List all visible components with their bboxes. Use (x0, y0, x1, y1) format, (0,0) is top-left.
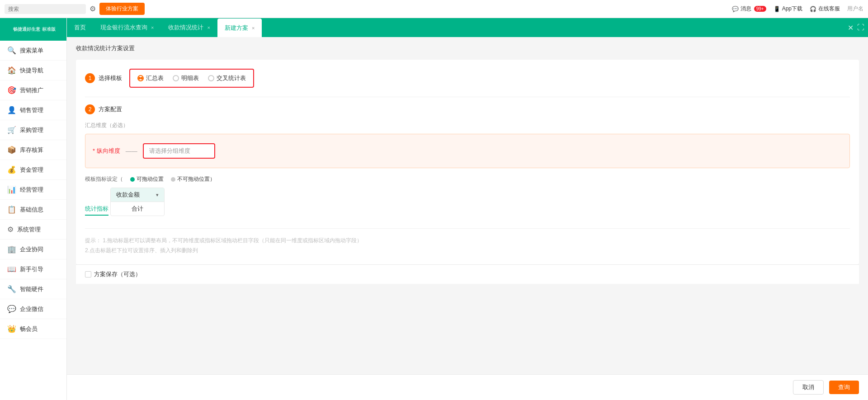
metrics-table-header[interactable]: 收款金额 ▾ (111, 188, 164, 202)
hardware-icon: 🔧 (7, 285, 16, 293)
sidebar: 畅捷通好生意 标准版 🔍 搜索菜单 🏠 快捷导航 🎯 营销推广 👤 销售管理 🛒… (0, 18, 67, 400)
step1-num: 1 (85, 73, 95, 83)
metrics-col-header: 收款金额 (116, 191, 140, 199)
tips-section: 提示： 1.拖动标题栏可以调整布局，不可跨维度或指标区域拖动栏目字段（只能在同一… (85, 228, 850, 255)
management-icon: 📊 (7, 185, 16, 194)
notification-btn[interactable]: 💬 消息 99+ (732, 5, 766, 13)
purchase-icon: 🛒 (7, 126, 16, 134)
tab-bank[interactable]: 现金银行流水查询 × (93, 18, 161, 37)
sidebar-label: 系统管理 (17, 226, 41, 234)
sidebar-item-management[interactable]: 📊 经营管理 (0, 180, 66, 200)
gear-icon[interactable]: ⚙ (90, 5, 96, 13)
sidebar-item-guide[interactable]: 📖 新手引导 (0, 259, 66, 279)
dimension-placeholder: 请选择分组维度 (149, 147, 190, 154)
draggable-label: 可拖动位置 (137, 175, 164, 183)
radio-detail-label: 明细表 (181, 74, 199, 82)
cancel-button[interactable]: 取消 (793, 380, 824, 395)
support-btn[interactable]: 🎧 在线客服 (810, 5, 840, 13)
tab-receipt[interactable]: 收款情况统计 × (161, 18, 217, 37)
sales-icon: 👤 (7, 106, 16, 114)
tab-bar: 首页 现金银行流水查询 × 收款情况统计 × 新建方案 × ✕ ⛶ (67, 18, 868, 37)
tab-new-plan-label: 新建方案 (225, 24, 248, 32)
sidebar-item-system[interactable]: ⚙ 系统管理 (0, 220, 66, 240)
sidebar-label: 畅会员 (20, 325, 38, 333)
divider1 (85, 97, 850, 97)
page-content: 收款情况统计方案设置 1 选择模板 汇总表 明细表 (67, 37, 868, 374)
tab-bank-close[interactable]: × (151, 25, 154, 30)
non-draggable-badge: 不可拖动位置） (171, 175, 215, 183)
tab-new-plan[interactable]: 新建方案 × (217, 19, 262, 38)
download-icon: 📱 (774, 6, 780, 12)
sidebar-label: 搜索菜单 (20, 47, 43, 55)
dimension-section-label: 汇总维度（必选） (85, 122, 850, 129)
template-selection-box: 汇总表 明细表 交叉统计表 (129, 69, 254, 88)
sidebar-label: 智能硬件 (20, 285, 43, 293)
home-icon: 🏠 (7, 66, 16, 75)
sidebar-label: 基础信息 (20, 206, 43, 214)
step2-num: 2 (85, 104, 95, 114)
wechat-icon: 💬 (7, 305, 16, 313)
system-icon: ⚙ (7, 225, 14, 234)
sidebar-item-vip[interactable]: 👑 畅会员 (0, 319, 66, 339)
sidebar-item-enterprise[interactable]: 🏢 企业协同 (0, 240, 66, 259)
draggable-badge: 可拖动位置 (130, 175, 164, 183)
basic-icon: 📋 (7, 205, 16, 214)
sidebar-item-basic[interactable]: 📋 基础信息 (0, 200, 66, 220)
dimension-select[interactable]: 请选择分组维度 (143, 143, 215, 159)
sidebar-item-wechat[interactable]: 💬 企业微信 (0, 299, 66, 319)
sidebar-item-sales[interactable]: 👤 销售管理 (0, 100, 66, 120)
sidebar-item-marketing[interactable]: 🎯 营销推广 (0, 80, 66, 100)
tab-receipt-close[interactable]: × (207, 25, 210, 30)
tab-new-plan-close[interactable]: × (252, 25, 255, 31)
tab-bank-label: 现金银行流水查询 (100, 24, 147, 32)
sidebar-item-finance[interactable]: 💰 资金管理 (0, 160, 66, 180)
radio-cross-label: 交叉统计表 (217, 74, 246, 82)
save-checkbox-row[interactable]: 方案保存（可选） (85, 270, 141, 278)
sidebar-item-inventory[interactable]: 📦 库存核算 (0, 140, 66, 160)
notification-badge: 99+ (754, 6, 766, 12)
metrics-header: 模板指标设定（ 可拖动位置 不可拖动位置） (85, 175, 850, 183)
sidebar-label: 企业协同 (20, 245, 43, 254)
step1-label: 选择模板 (99, 74, 122, 82)
download-btn[interactable]: 📱 App下载 (774, 5, 802, 13)
logo-text: 畅捷通好生意 (13, 26, 40, 33)
tab-bar-right: ✕ ⛶ (848, 24, 868, 32)
inventory-icon: 📦 (7, 146, 16, 154)
sidebar-logo: 畅捷通好生意 标准版 (0, 18, 66, 41)
vertical-dim-label: * 纵向维度 (93, 147, 120, 155)
metrics-header-text: 模板指标设定（ (85, 175, 123, 183)
top-bar-right: 💬 消息 99+ 📱 App下载 🎧 在线客服 用户名 (732, 5, 863, 13)
step1-row: 1 选择模板 汇总表 明细表 交叉统计表 (85, 69, 850, 88)
vip-icon: 👑 (7, 325, 16, 333)
sidebar-label: 资金管理 (20, 166, 43, 174)
download-label: App下载 (782, 5, 802, 13)
drag-dot-inactive (171, 177, 175, 182)
chevron-down-icon[interactable]: ▾ (156, 192, 159, 198)
sidebar-item-hardware[interactable]: 🔧 智能硬件 (0, 279, 66, 299)
save-label: 方案保存（可选） (94, 270, 141, 278)
dimension-label-text: 汇总维度（必选） (85, 122, 128, 128)
support-label: 在线客服 (818, 5, 840, 13)
finance-icon: 💰 (7, 165, 16, 174)
content-area: 首页 现金银行流水查询 × 收款情况统计 × 新建方案 × ✕ ⛶ 收款情况统计… (67, 18, 868, 400)
search-input[interactable] (5, 4, 86, 14)
query-button[interactable]: 查询 (829, 381, 859, 394)
sidebar-item-purchase[interactable]: 🛒 采购管理 (0, 120, 66, 140)
metrics-table: 收款金额 ▾ 合计 (110, 188, 165, 216)
tab-close-btn[interactable]: ✕ (848, 24, 854, 32)
industry-btn[interactable]: 体验行业方案 (99, 3, 145, 15)
sidebar-label: 营销推广 (20, 86, 43, 94)
tab-expand-btn[interactable]: ⛶ (857, 24, 864, 32)
save-checkbox[interactable] (85, 271, 91, 278)
radio-detail[interactable]: 明细表 (173, 74, 199, 82)
sidebar-item-home[interactable]: 🏠 快捷导航 (0, 61, 66, 80)
radio-cross-circle (208, 75, 214, 81)
tab-home[interactable]: 首页 (67, 18, 93, 37)
metrics-category-label: 统计指标 (85, 205, 108, 216)
metrics-section: 模板指标设定（ 可拖动位置 不可拖动位置） 统计指标 (85, 175, 850, 219)
radio-summary[interactable]: 汇总表 (137, 74, 164, 82)
sidebar-item-search[interactable]: 🔍 搜索菜单 (0, 41, 66, 61)
message-label: 消息 (741, 5, 751, 13)
radio-cross[interactable]: 交叉统计表 (208, 74, 246, 82)
dimension-arrow: —— (126, 148, 137, 155)
